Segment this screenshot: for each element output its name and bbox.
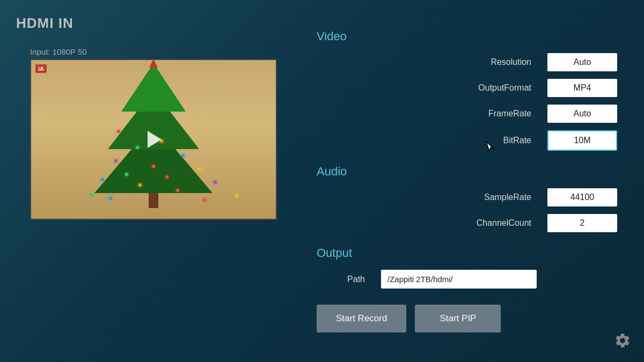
tree-light: [152, 165, 155, 168]
audio-label-channelcount: ChannelCount: [317, 218, 537, 228]
video-label-bitrate: BitRate: [317, 136, 537, 145]
tree-light: [125, 173, 128, 176]
tree-light: [117, 130, 120, 133]
gear-icon: [614, 332, 631, 349]
path-row: Path: [317, 270, 617, 289]
tree-light: [138, 183, 142, 187]
tree-light: [136, 146, 139, 149]
video-label-framerate: FrameRate: [317, 109, 537, 119]
audio-value-channelcount[interactable]: 2: [547, 214, 617, 232]
path-label: Path: [317, 275, 370, 284]
video-value-outputformat[interactable]: MP4: [547, 79, 617, 97]
tree-light: [176, 189, 179, 192]
settings-gear[interactable]: [614, 332, 631, 351]
video-label-outputformat: OutputFormat: [317, 83, 537, 93]
button-row: Start Record Start PIP: [317, 305, 617, 333]
tree-light: [109, 197, 112, 200]
tree-light: [214, 181, 217, 184]
tree-light: [90, 193, 93, 196]
video-section-title: Video: [317, 29, 617, 43]
right-panel: Video ResolutionAutoOutputFormatMP4Frame…: [317, 29, 617, 333]
video-value-resolution[interactable]: Auto: [547, 53, 617, 71]
input-info: Input: 1080P 50: [30, 47, 87, 56]
play-icon: [148, 131, 162, 148]
video-value-framerate[interactable]: Auto: [547, 105, 617, 123]
tree-light: [203, 198, 206, 202]
video-value-bitrate[interactable]: 10M: [547, 130, 617, 151]
output-section-title: Output: [317, 246, 617, 260]
page-title: HDMI IN: [16, 15, 74, 32]
tree-light: [181, 154, 185, 157]
audio-label-samplerate: SampleRate: [317, 193, 537, 202]
tree-light: [235, 194, 238, 197]
start-pip-button[interactable]: Start PIP: [415, 305, 501, 333]
audio-section-title: Audio: [317, 165, 617, 179]
ia-badge: iA: [35, 64, 47, 73]
tree-light: [101, 178, 104, 181]
video-label-resolution: Resolution: [317, 57, 537, 67]
video-settings-grid: ResolutionAutoOutputFormatMP4FrameRateAu…: [317, 53, 617, 151]
tree-light: [197, 167, 201, 171]
video-preview-panel: iA: [30, 59, 277, 220]
audio-value-samplerate[interactable]: 44100: [547, 188, 617, 206]
play-button[interactable]: [140, 126, 167, 153]
tree-light: [114, 159, 118, 162]
tree-light: [165, 175, 169, 179]
start-record-button[interactable]: Start Record: [317, 305, 406, 333]
audio-settings-grid: SampleRate44100ChannelCount2: [317, 188, 617, 232]
path-input[interactable]: [381, 270, 537, 289]
